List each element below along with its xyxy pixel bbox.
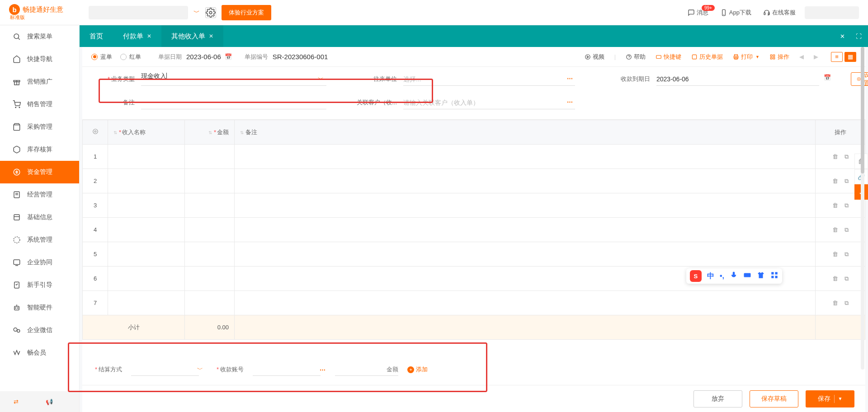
shortcut-button[interactable]: 快捷键 [656, 53, 681, 61]
col-settings-button[interactable] [83, 120, 108, 145]
trial-button[interactable]: 体验行业方案 [222, 5, 271, 20]
tab-fullscreen-button[interactable]: ⛶ [853, 30, 864, 42]
chevron-down-icon[interactable]: ﹀ [197, 365, 203, 374]
sidebar-item-search[interactable]: 搜索菜单 [0, 25, 79, 48]
row-copy-button[interactable]: ⧉ [844, 300, 849, 307]
close-icon[interactable]: ✕ [209, 33, 213, 39]
app-download-link[interactable]: App下载 [720, 9, 751, 17]
chevron-down-icon[interactable]: ﹀ [318, 75, 324, 83]
cell-income-name[interactable] [108, 169, 185, 193]
save-draft-button[interactable]: 保存草稿 [750, 390, 798, 407]
sidebar-item-hardware[interactable]: 智能硬件 [0, 296, 79, 319]
user-chip[interactable] [805, 6, 859, 19]
scrollbar-thumb[interactable] [861, 47, 864, 173]
ime-punct-button[interactable]: •, [720, 272, 724, 280]
more-icon[interactable]: ⋯ [567, 75, 573, 82]
view-card-button[interactable]: ▦ [844, 52, 856, 62]
messages-link[interactable]: 消息 99+ [688, 9, 708, 17]
chevron-down-icon[interactable]: ▼ [838, 396, 843, 401]
more-icon[interactable]: ⋯ [567, 98, 573, 105]
print-button[interactable]: 打印▼ [733, 53, 760, 61]
biztype-select[interactable]: 现金收入 ﹀ [141, 72, 326, 86]
tab-close-all-button[interactable]: ✕ [836, 30, 848, 42]
sidebar-item-inventory[interactable]: 库存核算 [0, 138, 79, 161]
sidebar-item-sales[interactable]: 销售管理 [0, 93, 79, 116]
save-button[interactable]: 保存▼ [806, 390, 854, 407]
sidebar-collapse-button[interactable]: ⇄ [14, 398, 19, 405]
row-copy-button[interactable]: ⧉ [844, 275, 849, 282]
tab-home[interactable]: 首页 [80, 25, 113, 47]
ime-keyboard-button[interactable] [743, 271, 751, 281]
settle-amount-input[interactable] [335, 363, 398, 376]
cell-remark[interactable] [235, 169, 816, 193]
cell-amount[interactable] [185, 242, 235, 267]
cell-remark[interactable] [235, 193, 816, 218]
sidebar-item-member[interactable]: 畅会员 [0, 342, 79, 364]
add-settle-button[interactable]: +添加 [407, 365, 428, 374]
row-delete-button[interactable]: 🗑 [832, 202, 838, 209]
customer-service-link[interactable]: 在线客服 [763, 9, 796, 17]
cell-remark[interactable] [235, 145, 816, 169]
more-icon[interactable]: ⋯ [320, 366, 326, 373]
settle-account-input[interactable] [253, 363, 321, 376]
cell-income-name[interactable] [108, 267, 185, 291]
sidebar-item-basic[interactable]: 基础信息 [0, 206, 79, 229]
col-remark[interactable]: 备注 [235, 120, 816, 145]
prev-doc-button[interactable]: ◀ [799, 53, 804, 60]
cell-remark[interactable] [235, 242, 816, 267]
sidebar-item-collab[interactable]: 企业协同 [0, 251, 79, 274]
sidebar-item-operation[interactable]: 经营管理 [0, 183, 79, 206]
ime-voice-button[interactable] [730, 271, 738, 281]
cell-remark[interactable] [235, 218, 816, 242]
calendar-icon[interactable]: 📅 [824, 74, 831, 81]
discard-button[interactable]: 放弃 [693, 390, 742, 407]
sidebar-item-quicknav[interactable]: 快捷导航 [0, 48, 79, 70]
cell-amount[interactable] [185, 267, 235, 291]
close-icon[interactable]: ✕ [147, 33, 151, 39]
cell-amount[interactable] [185, 291, 235, 315]
table-row[interactable]: 1🗑⧉ [83, 145, 865, 169]
ime-toolbar[interactable]: S 中 •, [686, 268, 782, 284]
row-copy-button[interactable]: ⧉ [844, 251, 849, 258]
doc-date-value[interactable]: 2023-06-06 [186, 53, 221, 61]
row-delete-button[interactable]: 🗑 [832, 300, 838, 307]
row-copy-button[interactable]: ⧉ [844, 153, 849, 160]
next-doc-button[interactable]: ▶ [814, 53, 818, 60]
sidebar-item-wework[interactable]: 企业微信 [0, 319, 79, 342]
table-row[interactable]: 5🗑⧉ [83, 242, 865, 267]
ops-button[interactable]: 操作 [769, 53, 789, 61]
video-button[interactable]: 视频 [585, 53, 604, 61]
sidebar-sound-button[interactable]: 📢 [46, 398, 53, 405]
col-amount[interactable]: *金额 [185, 120, 235, 145]
cell-income-name[interactable] [108, 242, 185, 267]
row-copy-button[interactable]: ⧉ [844, 226, 849, 234]
cell-amount[interactable] [185, 145, 235, 169]
help-button[interactable]: 帮助 [626, 53, 646, 61]
ime-lang-button[interactable]: 中 [707, 272, 714, 281]
row-delete-button[interactable]: 🗑 [832, 275, 838, 282]
cell-income-name[interactable] [108, 193, 185, 218]
table-row[interactable]: 3🗑⧉ [83, 193, 865, 218]
col-income-name[interactable]: *收入名称 [108, 120, 185, 145]
content-scrollbar[interactable] [860, 47, 865, 370]
org-selector[interactable]: ﹀ 体验行业方案 [89, 5, 271, 20]
table-row[interactable]: 2🗑⧉ [83, 169, 865, 193]
org-settings-button[interactable] [205, 7, 216, 18]
row-copy-button[interactable]: ⧉ [844, 178, 849, 185]
sidebar-item-guide[interactable]: 新手引导 [0, 274, 79, 296]
unit-input[interactable] [403, 72, 575, 86]
sidebar-item-funds[interactable]: 资金管理 [0, 161, 79, 183]
unit-select[interactable]: ⋯ [403, 72, 575, 86]
calendar-icon[interactable]: 📅 [225, 53, 232, 60]
remark-input[interactable] [141, 96, 326, 109]
cell-income-name[interactable] [108, 218, 185, 242]
radio-blue[interactable]: 蓝单 [91, 53, 112, 61]
view-list-button[interactable]: ≡ [831, 52, 843, 62]
row-delete-button[interactable]: 🗑 [832, 178, 838, 185]
row-copy-button[interactable]: ⧉ [844, 202, 849, 209]
radio-red[interactable]: 红单 [120, 53, 141, 61]
cell-amount[interactable] [185, 218, 235, 242]
sidebar-item-marketing[interactable]: 营销推广 [0, 70, 79, 93]
cell-income-name[interactable] [108, 145, 185, 169]
tab-other-income[interactable]: 其他收入单✕ [161, 25, 223, 47]
